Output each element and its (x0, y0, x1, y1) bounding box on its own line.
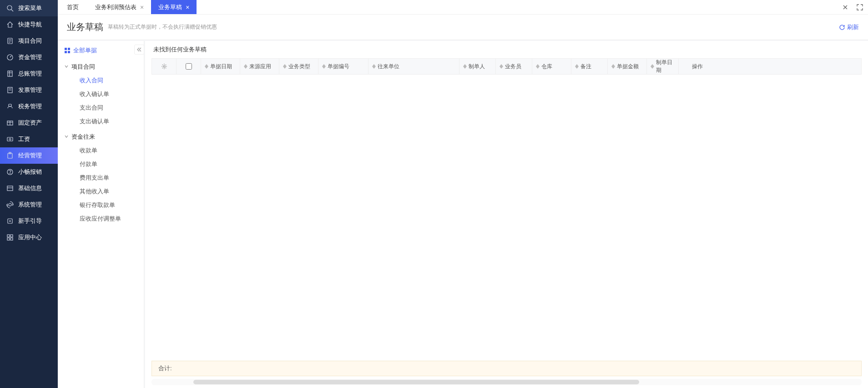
tree-item-ar-ap-adjust[interactable]: 应收应付调整单 (64, 212, 144, 226)
sidebar-item-ledger-mgmt[interactable]: 总账管理 (0, 66, 58, 82)
column-label: 往来单位 (378, 63, 399, 71)
tree-panel: 全部单据 项目合同收入合同收入确认单支出合同支出确认单资金往来收款单付款单费用支… (58, 41, 144, 388)
column-header-source[interactable]: 来源应用 (240, 59, 279, 74)
column-label: 业务员 (505, 63, 521, 71)
sort-icon[interactable] (372, 64, 376, 69)
tree-item-label: 收入确认单 (80, 91, 109, 97)
tree-item-payment[interactable]: 付款单 (64, 157, 144, 171)
sidebar-item-fixed-assets[interactable]: 固定资产 (0, 115, 58, 131)
sidebar-item-search-menu[interactable]: 搜索菜单 (0, 0, 58, 16)
column-header-op[interactable]: 操作 (679, 59, 716, 74)
select-all-checkbox[interactable] (186, 63, 192, 70)
column-label: 业务类型 (288, 63, 310, 71)
gearcycle-icon (6, 201, 14, 208)
tree-item-label: 支出确认单 (80, 118, 109, 125)
svg-rect-9 (8, 153, 12, 158)
tab-biz-draft[interactable]: 业务草稿× (151, 0, 197, 14)
tree-item-label: 支出合同 (80, 104, 103, 111)
table-footer: 合计: (151, 361, 862, 376)
sidebar-item-fund-mgmt[interactable]: 资金管理 (0, 49, 58, 66)
home-icon (6, 21, 14, 28)
tree-item-expense-contract[interactable]: 支出合同 (64, 101, 144, 115)
tabs-bar: 首页业务利润预估表×业务草稿× (58, 0, 868, 15)
invoice-icon (6, 86, 14, 94)
column-settings-button[interactable] (152, 59, 177, 74)
column-header-wh[interactable]: 仓库 (532, 59, 571, 74)
tab-home[interactable]: 首页 (58, 0, 88, 14)
horizontal-scrollbar[interactable] (151, 379, 862, 385)
sidebar-item-invoice-mgmt[interactable]: 发票管理 (0, 82, 58, 98)
column-header-amount[interactable]: 单据金额 (608, 59, 647, 74)
sidebar-item-project-contract[interactable]: 项目合同 (0, 33, 58, 49)
column-header-partner[interactable]: 往来单位 (368, 59, 459, 74)
refresh-button[interactable]: 刷新 (839, 23, 859, 31)
sort-icon[interactable] (536, 64, 540, 69)
column-header-mdate[interactable]: 制单日期 (647, 59, 679, 74)
basics-icon (6, 185, 14, 192)
svg-rect-15 (7, 235, 10, 237)
tabs-close-all-icon[interactable] (841, 3, 850, 12)
tree-group-fund-exchange[interactable]: 资金往来 (64, 130, 144, 144)
tree-header[interactable]: 全部单据 (58, 41, 144, 60)
tree-item-income-confirm[interactable]: 收入确认单 (64, 87, 144, 101)
sort-icon[interactable] (283, 64, 287, 69)
tree-item-expense-voucher[interactable]: 费用支出单 (64, 171, 144, 185)
column-header-remark[interactable]: 备注 (571, 59, 608, 74)
sidebar-item-biz-mgmt[interactable]: 经营管理 (0, 147, 58, 164)
sidebar-item-beginner-guide[interactable]: 新手引导 (0, 213, 58, 229)
sidebar-item-app-center[interactable]: 应用中心 (0, 229, 58, 246)
sidebar-item-quick-nav[interactable]: 快捷导航 (0, 16, 58, 33)
column-label: 单据编号 (328, 63, 349, 71)
doc-icon (6, 37, 14, 45)
column-header-date[interactable]: 单据日期 (201, 59, 240, 74)
sidebar-item-system-mgmt[interactable]: 系统管理 (0, 197, 58, 213)
scrollbar-thumb[interactable] (193, 380, 639, 384)
tree-item-receipt[interactable]: 收款单 (64, 144, 144, 157)
column-label: 制单人 (469, 63, 485, 71)
sort-icon[interactable] (322, 64, 326, 69)
sort-icon[interactable] (611, 64, 615, 69)
sort-icon[interactable] (244, 64, 247, 69)
column-header-sales[interactable]: 业务员 (496, 59, 532, 74)
sort-icon[interactable] (205, 64, 208, 69)
svg-rect-21 (65, 51, 67, 53)
svg-point-23 (163, 66, 165, 67)
tree-item-bank-deposit[interactable]: 银行存取款单 (64, 198, 144, 212)
tree-item-other-income[interactable]: 其他收入单 (64, 185, 144, 198)
sidebar-item-label: 发票管理 (18, 86, 42, 94)
sort-icon[interactable] (500, 64, 503, 69)
tree-item-label: 收款单 (80, 147, 97, 154)
sidebar-item-label: 搜索菜单 (18, 4, 42, 12)
close-icon[interactable]: × (140, 4, 144, 11)
sidebar-item-salary[interactable]: 工资 (0, 131, 58, 147)
sidebar-item-xiaochang-reimb[interactable]: 小畅报销 (0, 164, 58, 180)
column-label: 单据金额 (617, 63, 639, 71)
column-header-maker[interactable]: 制单人 (459, 59, 496, 74)
column-header-docno[interactable]: 单据编号 (318, 59, 368, 74)
sidebar-item-tax-mgmt[interactable]: 税务管理 (0, 98, 58, 115)
collapse-tree-button[interactable] (134, 45, 144, 55)
sort-icon[interactable] (651, 64, 654, 69)
chevron-down-icon (64, 64, 70, 70)
sidebar-item-label: 快捷导航 (18, 20, 42, 29)
column-label: 备注 (580, 63, 591, 71)
tree-group-project-contract[interactable]: 项目合同 (64, 60, 144, 74)
tab-profit-est[interactable]: 业务利润预估表× (88, 0, 151, 14)
sort-icon[interactable] (463, 64, 467, 69)
sort-icon[interactable] (575, 64, 579, 69)
tree-item-label: 收入合同 (80, 77, 103, 84)
empty-message: 未找到任何业务草稿 (145, 41, 868, 58)
sidebar-item-label: 新手引导 (18, 217, 42, 225)
tax-icon (6, 103, 14, 110)
tree-item-expense-confirm[interactable]: 支出确认单 (64, 115, 144, 128)
column-header-biztype[interactable]: 业务类型 (279, 59, 318, 74)
close-icon[interactable]: × (186, 4, 189, 11)
column-label: 单据日期 (210, 63, 232, 71)
select-all-cell (177, 59, 201, 74)
search-icon (6, 5, 14, 12)
fullscreen-icon[interactable] (855, 3, 864, 12)
sidebar-item-basic-info[interactable]: 基础信息 (0, 180, 58, 197)
tree-item-label: 银行存取款单 (80, 202, 115, 208)
chevron-down-icon (64, 134, 70, 140)
tree-item-income-contract[interactable]: 收入合同 (64, 74, 144, 87)
